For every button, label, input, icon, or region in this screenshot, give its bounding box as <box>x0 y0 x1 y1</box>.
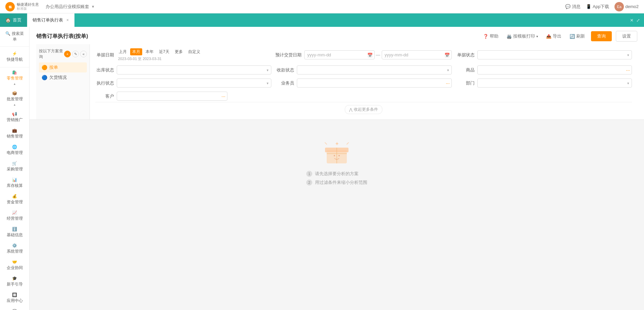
receipt-status-control: ▾ <box>297 65 451 74</box>
sidebar-item-appstore[interactable]: 🔲 应用中心 <box>0 290 29 306</box>
salesperson-ellipsis-icon[interactable]: ··· <box>446 81 450 86</box>
filter-main: 单据日期 上月 本月 本年 近7天 更多 自定义 <box>90 44 637 119</box>
delivery-status-input[interactable] <box>117 65 271 74</box>
sidebar-item-wechat[interactable]: 💬 企业微信 <box>0 306 29 310</box>
customer-input[interactable] <box>117 92 227 101</box>
sidebar-item-purchase[interactable]: 🛒 采购管理 <box>0 158 29 175</box>
date-tabs: 上月 本月 本年 近7天 更多 自定义 <box>117 48 271 55</box>
sidebar-item-newbie[interactable]: 🎓 新手引导 <box>0 273 29 290</box>
sidebar-item-system[interactable]: ⚙️ 系统管理 <box>0 241 29 257</box>
sidebar-item-retail[interactable]: 🛍️ 零售管理 ▴ <box>0 67 29 88</box>
customer-ellipsis-icon[interactable]: ··· <box>221 94 225 99</box>
sidebar-item-sales[interactable]: 💼 销售管理 <box>0 125 29 142</box>
print-icon: 🖨️ <box>506 34 512 39</box>
filter-doc-status-field: 单据状态 ▾ <box>456 48 632 61</box>
goods-ellipsis-icon[interactable]: ··· <box>626 67 630 73</box>
export-btn[interactable]: 📤 导出 <box>544 32 564 41</box>
empty-illustration: ✦ <box>320 133 354 167</box>
message-btn[interactable]: 💬 消息 <box>565 4 581 10</box>
sidebar-item-quicknav[interactable]: ⚡ 快捷导航 <box>0 49 29 65</box>
appstore-icon: 🔲 <box>12 293 17 297</box>
sidebar-item-wholesale[interactable]: 📦 批发管理 ▴ <box>0 88 29 109</box>
date-tab-thismonth[interactable]: 本月 <box>130 48 142 55</box>
filter-exec-status-field: 执行状态 ▾ <box>95 79 271 88</box>
svg-point-9 <box>334 155 335 156</box>
filter-row-2: 出库状态 ▾ 收款状态 ▾ <box>95 65 632 74</box>
filter-panel: 按以下方案查询 + ✎ « 🟠 按单 🔵 <box>36 44 637 119</box>
date-tab-custom[interactable]: 自定义 <box>186 48 202 55</box>
sidebar-item-marketing[interactable]: 📢 营销推广 <box>0 109 29 125</box>
sidebar-item-enterprise[interactable]: 🤝 企业协同 <box>0 257 29 273</box>
dept-control: ▾ <box>477 79 632 88</box>
page-header: 销售订单执行表(按单) ❓ 帮助 🖨️ 按模板打印 ▾ 📤 导出 <box>30 27 644 120</box>
filter-collapse-btn[interactable]: « <box>80 51 87 57</box>
svg-line-8 <box>325 143 327 144</box>
empty-tip-2: 2 用过滤条件来缩小分析范围 <box>306 179 367 186</box>
content-area: 销售订单执行表(按单) ❓ 帮助 🖨️ 按模板打印 ▾ 📤 导出 <box>30 27 644 310</box>
inventory-icon: 📊 <box>12 177 17 182</box>
salesperson-input[interactable] <box>297 79 451 88</box>
shortage-nav-icon: 🔵 <box>42 75 47 80</box>
tab-close-window[interactable]: ✕ <box>630 18 634 23</box>
filter-nav-shortage[interactable]: 🔵 欠货情况 <box>39 72 87 83</box>
filter-customer-field: 客户 ··· <box>95 92 227 101</box>
filter-side-actions: + ✎ « <box>64 51 87 57</box>
settings-btn[interactable]: 设置 <box>616 31 637 42</box>
forecast-date-end-input[interactable] <box>382 50 452 59</box>
filter-nav-order[interactable]: 🟠 按单 <box>39 62 87 72</box>
sidebar-item-operation[interactable]: 📈 经营管理 <box>0 208 29 224</box>
sidebar-item-basic[interactable]: ℹ️ 基础信息 <box>0 224 29 241</box>
doc-status-input[interactable] <box>477 50 632 59</box>
retail-icon: 🛍️ <box>12 70 17 75</box>
help-btn[interactable]: ❓ 帮助 <box>481 32 500 41</box>
refresh-btn[interactable]: 🔄 刷新 <box>568 32 587 41</box>
query-btn[interactable]: 查询 <box>591 31 612 41</box>
doc-date-label: 单据日期 <box>95 52 114 58</box>
filter-edit-btn[interactable]: ✎ <box>72 51 79 57</box>
finance-icon: 💰 <box>12 194 17 199</box>
page-title-row: 销售订单执行表(按单) ❓ 帮助 🖨️ 按模板打印 ▾ 📤 导出 <box>36 31 637 42</box>
date-tab-lastmonth[interactable]: 上月 <box>117 48 129 55</box>
filter-doc-date-field: 单据日期 上月 本月 本年 近7天 更多 自定义 <box>95 48 271 61</box>
operation-icon: 📈 <box>12 210 17 215</box>
app-download-btn[interactable]: 📱 App下载 <box>586 4 609 10</box>
sidebar-item-inventory[interactable]: 📊 库存核算 <box>0 175 29 191</box>
header-title[interactable]: 办公用品行业模拟账套 ▾ <box>46 4 94 10</box>
tab-close-icon[interactable]: × <box>66 18 69 22</box>
date-tab-7days[interactable]: 近7天 <box>157 48 171 55</box>
tab-maximize[interactable]: ⤢ <box>636 18 640 23</box>
main-layout: 🔍 搜索菜单 ⚡ 快捷导航 🛍️ 零售管理 ▴ 📦 批发管理 ▴ 📢 营销推广 … <box>0 27 644 310</box>
goods-label: 商品 <box>456 67 475 73</box>
empty-state: ✦ 1 请先选择要分析的方案 <box>30 120 644 199</box>
receipt-status-input[interactable] <box>297 65 451 74</box>
date-range-text: 2023-03-01 至 2023-03-31 <box>118 56 271 61</box>
app-icon: 📱 <box>586 4 591 9</box>
exec-status-input[interactable] <box>117 79 271 88</box>
filter-add-btn[interactable]: + <box>64 51 71 57</box>
sidebar-item-finance[interactable]: 💰 资金管理 <box>0 191 29 208</box>
delivery-status-control: ▾ <box>117 65 271 74</box>
top-header: 畅 畅捷通好生意 标准版 办公用品行业模拟账套 ▾ 💬 消息 📱 App下载 E… <box>0 0 644 13</box>
print-btn[interactable]: 🖨️ 按模板打印 ▾ <box>504 32 540 41</box>
header-left: 畅 畅捷通好生意 标准版 办公用品行业模拟账套 ▾ <box>5 2 94 11</box>
forecast-date-start-input[interactable] <box>304 50 374 59</box>
dept-input[interactable] <box>477 79 632 88</box>
wholesale-icon: 📦 <box>12 91 17 96</box>
filter-receipt-status-field: 收款状态 ▾ <box>275 65 451 74</box>
sales-icon: 💼 <box>12 128 17 133</box>
svg-text:畅: 畅 <box>9 5 12 9</box>
tab-active[interactable]: 销售订单执行表 × <box>27 13 74 27</box>
help-icon: ❓ <box>483 34 488 39</box>
filter-panel-inner: 按以下方案查询 + ✎ « 🟠 按单 🔵 <box>36 44 637 119</box>
delivery-status-label: 出库状态 <box>95 67 114 73</box>
sidebar-item-ecommerce[interactable]: 🌐 电商管理 <box>0 142 29 158</box>
date-tab-more[interactable]: 更多 <box>173 48 185 55</box>
collapse-more-btn[interactable]: ⋀ 收起更多条件 <box>345 105 382 114</box>
header-title-arrow[interactable]: ▾ <box>92 4 94 9</box>
filter-delivery-status-field: 出库状态 ▾ <box>95 65 271 74</box>
tab-home[interactable]: 🏠 首页 <box>0 13 27 27</box>
search-menu-btn[interactable]: 🔍 搜索菜单 <box>3 30 26 44</box>
user-area[interactable]: Ea demo2 <box>614 2 639 11</box>
date-tab-thisyear[interactable]: 本年 <box>144 48 156 55</box>
goods-input[interactable] <box>477 65 632 74</box>
